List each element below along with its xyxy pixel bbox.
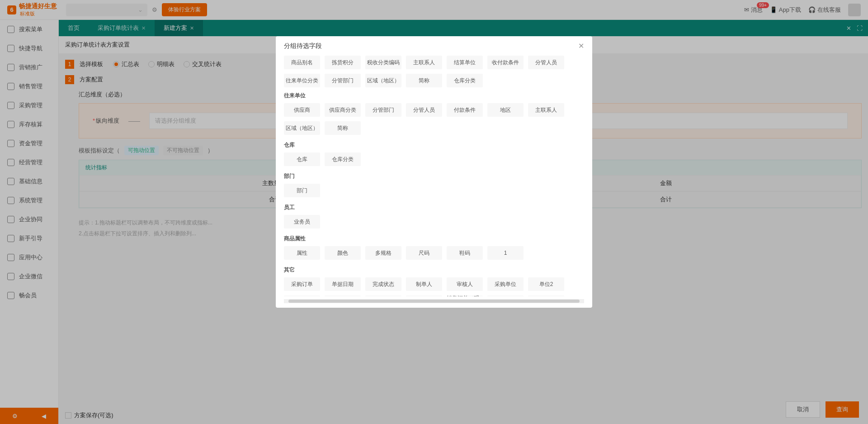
field-chip[interactable]: 单据日期	[325, 277, 361, 291]
field-chip[interactable]: 来源单据	[487, 295, 524, 296]
field-chip[interactable]: 区域（地区）	[284, 121, 320, 135]
field-chip[interactable]: 1	[487, 246, 524, 260]
modal-close-button[interactable]: ✕	[578, 42, 584, 50]
field-section: 仓库仓库仓库分类	[284, 141, 584, 166]
field-chip[interactable]: 尺码	[406, 246, 442, 260]
field-chip[interactable]: 简称	[325, 121, 361, 135]
chip-row: 供应商供应商分类分管部门分管人员付款条件地区主联系人区域（地区）简称	[284, 103, 584, 135]
chip-row: 业务员	[284, 215, 584, 229]
chip-row-top-1: 往来单位分类分管部门区域（地区）简称仓库分类	[284, 74, 584, 87]
section-title: 部门	[284, 172, 584, 180]
field-chip[interactable]: 分管部门	[365, 103, 401, 117]
field-chip[interactable]: 项目	[528, 295, 564, 296]
field-section: 员工业务员	[284, 204, 584, 229]
field-chip[interactable]: 价格类型	[365, 295, 401, 296]
field-chip[interactable]: 分管部门	[325, 74, 361, 87]
field-chip[interactable]: 销售订单	[406, 295, 442, 296]
field-chip[interactable]: 商品别名	[284, 56, 320, 69]
field-chip[interactable]: 分管人员	[406, 103, 442, 117]
field-chip[interactable]: 属性	[284, 246, 320, 260]
chip-row: 部门	[284, 184, 584, 197]
field-chip[interactable]: 付款条件	[447, 103, 483, 117]
field-chip[interactable]: 地区	[487, 103, 524, 117]
field-section: 商品属性属性颜色多规格尺码鞋码1	[284, 235, 584, 260]
field-chip[interactable]: 多规格	[365, 246, 401, 260]
field-chip[interactable]: 采购订单	[284, 277, 320, 291]
field-chip[interactable]: 供应商分类	[325, 103, 361, 117]
field-chip[interactable]: 结算单位	[447, 56, 483, 69]
chip-row: 属性颜色多规格尺码鞋码1	[284, 246, 584, 260]
section-title: 其它	[284, 266, 584, 274]
field-chip[interactable]: 分管人员	[528, 56, 564, 69]
section-title: 往来单位	[284, 92, 584, 100]
modal-body: 商品别名拣货积分税收分类编码主联系人结算单位收付款条件分管人员 往来单位分类分管…	[276, 56, 592, 296]
field-section: 往来单位供应商供应商分类分管部门分管人员付款条件地区主联系人区域（地区）简称	[284, 92, 584, 135]
modal-head: 分组待选字段 ✕	[276, 36, 592, 56]
chip-row: 仓库仓库分类	[284, 152, 584, 166]
field-chip[interactable]: 制单人	[406, 277, 442, 291]
field-chip[interactable]: 仓库分类	[325, 152, 361, 166]
field-chip[interactable]: 简称	[406, 74, 442, 87]
chip-row-top-0: 商品别名拣货积分税收分类编码主联系人结算单位收付款条件分管人员	[284, 56, 584, 69]
field-chip[interactable]: 颜色	[325, 246, 361, 260]
field-chip[interactable]: 销售订单（明细）	[447, 295, 483, 296]
field-chip[interactable]: 批号	[325, 295, 361, 296]
field-chip[interactable]: 部门	[284, 184, 320, 197]
modal-title: 分组待选字段	[284, 42, 322, 50]
field-section: 其它采购订单单据日期完成状态制单人审核人采购单位单位2主计量批号价格类型销售订单…	[284, 266, 584, 296]
field-chip[interactable]: 业务员	[284, 215, 320, 229]
horizontal-scrollbar[interactable]	[284, 299, 584, 303]
field-chip[interactable]: 仓库	[284, 152, 320, 166]
field-chip[interactable]: 仓库分类	[447, 74, 483, 87]
field-chip[interactable]: 收付款条件	[487, 56, 524, 69]
field-chip[interactable]: 主联系人	[528, 103, 564, 117]
field-chip[interactable]: 税收分类编码	[365, 56, 401, 69]
field-chip[interactable]: 往来单位分类	[284, 74, 320, 87]
section-title: 商品属性	[284, 235, 584, 243]
field-select-modal: 分组待选字段 ✕ 商品别名拣货积分税收分类编码主联系人结算单位收付款条件分管人员…	[276, 36, 592, 308]
field-chip[interactable]: 主计量	[284, 295, 320, 296]
field-chip[interactable]: 完成状态	[365, 277, 401, 291]
field-section: 部门部门	[284, 172, 584, 197]
field-chip[interactable]: 区域（地区）	[365, 74, 401, 87]
field-chip[interactable]: 单位2	[528, 277, 564, 291]
field-chip[interactable]: 采购单位	[487, 277, 524, 291]
field-chip[interactable]: 供应商	[284, 103, 320, 117]
section-title: 员工	[284, 204, 584, 211]
field-chip[interactable]: 审核人	[447, 277, 483, 291]
field-chip[interactable]: 鞋码	[447, 246, 483, 260]
field-chip[interactable]: 主联系人	[406, 56, 442, 69]
section-title: 仓库	[284, 141, 584, 149]
chip-row: 采购订单单据日期完成状态制单人审核人采购单位单位2主计量批号价格类型销售订单销售…	[284, 277, 584, 296]
modal-overlay[interactable]: 分组待选字段 ✕ 商品别名拣货积分税收分类编码主联系人结算单位收付款条件分管人员…	[0, 0, 868, 424]
field-chip[interactable]: 拣货积分	[325, 56, 361, 69]
